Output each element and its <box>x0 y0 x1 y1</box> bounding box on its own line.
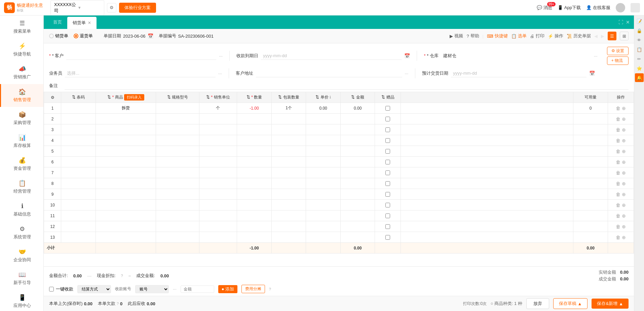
logistics-button[interactable]: + 物流 <box>607 56 629 65</box>
gift-checkbox[interactable] <box>385 170 390 175</box>
tab-close-all-icon[interactable]: ✕ <box>626 20 630 25</box>
delete-icon[interactable]: 🗑 <box>616 106 620 111</box>
cell-qty[interactable] <box>237 221 272 232</box>
cell-spec[interactable] <box>156 167 199 178</box>
copy-icon[interactable]: ⊕ <box>622 213 626 219</box>
spec-input[interactable] <box>159 181 196 186</box>
cell-product[interactable] <box>96 103 156 114</box>
copy-icon[interactable]: ⊕ <box>622 159 626 165</box>
right-btn-view[interactable]: 👁 <box>635 36 644 44</box>
delete-icon[interactable]: 🗑 <box>616 170 620 176</box>
cell-product[interactable] <box>96 232 156 243</box>
cell-product[interactable] <box>96 114 156 124</box>
cell-price[interactable] <box>306 189 341 200</box>
view-grid-button[interactable]: ⊞ <box>620 32 629 40</box>
cell-spec[interactable] <box>156 146 199 157</box>
product-input[interactable] <box>99 149 153 154</box>
expected-delivery-calendar-icon[interactable]: 📅 <box>589 71 595 76</box>
cell-price[interactable] <box>306 157 341 167</box>
calendar-icon[interactable]: 📅 <box>148 33 153 39</box>
delete-icon[interactable]: 🗑 <box>616 181 620 186</box>
gift-checkbox[interactable] <box>385 106 390 111</box>
product-input[interactable] <box>99 160 153 164</box>
cash-discount-info-icon[interactable]: ? <box>121 274 123 278</box>
right-btn-note[interactable]: 📝 <box>635 17 644 26</box>
fee-split-button[interactable]: 费用分摊 <box>241 285 265 293</box>
sidebar-item-finance[interactable]: 💰 资金管理 <box>0 153 43 176</box>
gift-checkbox[interactable] <box>385 203 390 207</box>
cell-gift[interactable] <box>375 221 401 232</box>
spec-input[interactable] <box>159 235 196 240</box>
cell-qty[interactable] <box>237 135 272 146</box>
cell-spec[interactable] <box>156 221 199 232</box>
cell-product[interactable] <box>96 157 156 167</box>
cell-product[interactable] <box>96 146 156 157</box>
sidebar-item-operations[interactable]: 📋 经营管理 <box>0 176 43 198</box>
cell-price[interactable] <box>306 114 341 124</box>
cell-spec[interactable] <box>156 210 199 221</box>
toolbar-operate[interactable]: ⚡ 操作 <box>548 33 563 39</box>
product-input[interactable] <box>99 224 153 229</box>
barcode-input[interactable] <box>64 117 93 121</box>
delete-icon[interactable]: 🗑 <box>616 149 620 154</box>
right-btn-alert[interactable]: 🔔 <box>635 73 644 82</box>
scan-button[interactable]: 扫码录入 <box>124 94 144 101</box>
copy-icon[interactable]: ⊕ <box>622 192 626 197</box>
cell-barcode[interactable] <box>61 124 96 135</box>
copy-icon[interactable]: ⊕ <box>622 106 626 111</box>
gift-checkbox[interactable] <box>385 181 390 186</box>
customer-dots[interactable]: ··· <box>219 53 223 59</box>
barcode-input[interactable] <box>64 149 93 154</box>
barcode-input[interactable] <box>64 192 93 197</box>
toolbar-select[interactable]: 📋 选单 <box>511 33 527 39</box>
delete-icon[interactable]: 🗑 <box>616 202 620 208</box>
sidebar-item-search[interactable]: ☰ 搜索菜单 <box>0 15 43 38</box>
payment-account-select[interactable]: 账号 <box>135 285 169 293</box>
right-btn-edit[interactable]: ✏ <box>635 54 644 63</box>
cell-product[interactable] <box>96 178 156 189</box>
app-download-button[interactable]: 📱 App下载 <box>558 5 581 11</box>
expected-delivery-input[interactable] <box>451 69 586 77</box>
cell-qty[interactable]: -1.00 <box>237 103 272 114</box>
spec-input[interactable] <box>159 192 196 197</box>
cell-price[interactable] <box>306 200 341 210</box>
payment-dots[interactable]: ··· <box>173 286 177 291</box>
cell-spec[interactable] <box>156 124 199 135</box>
th-settings[interactable]: ⚙ <box>44 92 61 103</box>
barcode-input[interactable] <box>64 160 93 164</box>
barcode-input[interactable] <box>64 224 93 229</box>
gift-checkbox[interactable] <box>385 149 390 154</box>
cell-gift[interactable] <box>375 167 401 178</box>
cell-qty[interactable] <box>237 146 272 157</box>
barcode-input[interactable] <box>64 235 93 240</box>
copy-icon[interactable]: ⊕ <box>622 202 626 208</box>
toolbar-video[interactable]: ▶ 视频 <box>450 33 463 39</box>
cell-qty[interactable] <box>237 157 272 167</box>
spec-input[interactable] <box>159 224 196 229</box>
product-input[interactable] <box>99 235 153 240</box>
cell-barcode[interactable] <box>61 103 96 114</box>
sidebar-item-quick-nav[interactable]: ⚡ 快捷导航 <box>0 38 43 61</box>
cell-gift[interactable] <box>375 178 401 189</box>
gift-checkbox[interactable] <box>385 192 390 197</box>
cell-product[interactable] <box>96 167 156 178</box>
cell-spec[interactable] <box>156 135 199 146</box>
copy-icon[interactable]: ⊕ <box>622 149 626 154</box>
right-btn-clipboard[interactable]: 📋 <box>635 45 644 54</box>
salesperson-dots[interactable]: ··· <box>218 71 222 76</box>
cell-barcode[interactable] <box>61 200 96 210</box>
cell-price[interactable] <box>306 135 341 146</box>
product-input[interactable] <box>99 181 153 186</box>
one-click-checkbox[interactable] <box>49 287 54 291</box>
cell-spec[interactable] <box>156 114 199 124</box>
cell-qty[interactable] <box>237 232 272 243</box>
cell-price[interactable]: 0.00 <box>306 103 341 114</box>
spec-input[interactable] <box>159 138 196 143</box>
payment-method-select[interactable]: 结算方式 <box>77 285 111 293</box>
barcode-input[interactable] <box>64 181 93 186</box>
salesperson-input[interactable] <box>65 69 216 77</box>
cell-product[interactable] <box>96 135 156 146</box>
cell-price[interactable] <box>306 210 341 221</box>
tab-expand-icon[interactable]: ⛶ <box>618 20 623 25</box>
user-menu-icon[interactable] <box>631 3 640 12</box>
